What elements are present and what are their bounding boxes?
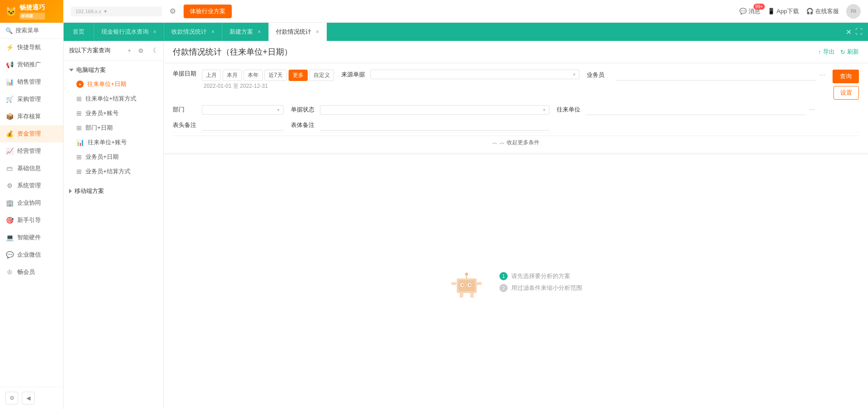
scheme-item-partner-date[interactable]: ● 往来单位+日期 — [64, 77, 163, 91]
source-select[interactable]: ▾ — [370, 70, 580, 79]
sidebar-item-label: 基础信息 — [17, 164, 41, 172]
scheme-item-staff-payment[interactable]: ⊞ 业务员+结算方式 — [64, 164, 163, 179]
sidebar-item-enterprise[interactable]: 🏢 企业协同 — [0, 194, 63, 212]
date-btn-this-month[interactable]: 本月 — [223, 70, 242, 81]
scheme-item-staff-account[interactable]: ⊞ 业务员+账号 — [64, 106, 163, 121]
scheme-settings-btn[interactable]: ⚙ — [136, 45, 146, 56]
close-window-btn[interactable]: ✕ — [846, 28, 852, 36]
sidebar-item-wechat[interactable]: 💬 企业微信 — [0, 246, 63, 263]
doc-status-label: 单据状态 — [291, 106, 316, 114]
search-menu-item[interactable]: 🔍 搜索菜单 — [0, 23, 63, 39]
partner-label: 往来单位 — [557, 106, 582, 114]
tab-payment-stats-close[interactable]: × — [211, 29, 215, 35]
tab-new-scheme-close[interactable]: × — [258, 29, 261, 35]
user-avatar[interactable]: Rit — [846, 4, 861, 19]
scheme-item-staff-date[interactable]: ⊞ 业务员+日期 — [64, 150, 163, 164]
sidebar-item-label: 智能硬件 — [17, 233, 41, 242]
svg-rect-10 — [459, 293, 463, 298]
date-btn-this-year[interactable]: 本年 — [244, 70, 263, 81]
export-btn[interactable]: ↑ 导出 — [818, 48, 835, 56]
collapse-panel-btn[interactable]: 《 — [148, 45, 158, 56]
empty-hint-2: 2 用过滤条件来缩小分析范围 — [499, 284, 582, 292]
refresh-btn[interactable]: ↻ 刷新 — [840, 48, 859, 56]
service-label: 在线客服 — [815, 7, 839, 15]
date-btn-custom[interactable]: 自定义 — [309, 70, 334, 81]
address-bar[interactable]: 192.168.x.x ▾ — [71, 6, 162, 16]
empty-hint-1: 1 请先选择要分析的方案 — [499, 272, 582, 280]
sidebar-bottom: ⚙ ◀ — [0, 387, 63, 409]
sidebar-item-sales[interactable]: 📊 销售管理 — [0, 73, 63, 91]
basic-info-icon: 🗃 — [5, 165, 14, 172]
sidebar-collapse-btn[interactable]: ◀ — [22, 392, 35, 404]
add-scheme-btn[interactable]: ＋ — [124, 45, 134, 56]
dept-select[interactable]: ▾ — [202, 105, 284, 115]
collapse-conditions-btn[interactable]: ︿ ︿ 收起更多条件 — [173, 136, 859, 149]
date-btn-more[interactable]: 更多 — [289, 70, 308, 81]
sidebar-item-purchase[interactable]: 🛒 采购管理 — [0, 91, 63, 108]
desktop-group-title[interactable]: 电脑端方案 — [64, 63, 163, 77]
sidebar-item-label: 资金管理 — [17, 130, 41, 138]
tab-cash-flow[interactable]: 现金银行流水查询 × — [94, 23, 164, 41]
scheme-item-partner-payment[interactable]: ⊞ 往来单位+结算方式 — [64, 91, 163, 106]
marketing-icon: 📢 — [5, 61, 14, 68]
right-content: 付款情况统计（往来单位+日期） ↑ 导出 ↻ 刷新 单 — [164, 41, 868, 409]
staff-input[interactable] — [616, 70, 815, 81]
export-icon: ↑ — [818, 49, 822, 56]
sidebar-settings-btn[interactable]: ⚙ — [5, 392, 18, 404]
doc-status-select[interactable]: ▾ — [320, 105, 549, 115]
sidebar-item-inventory[interactable]: 📦 库存核算 — [0, 108, 63, 125]
purchase-icon: 🛒 — [5, 96, 14, 103]
main-area: 192.168.x.x ▾ ⚙ 体验行业方案 💬 消息 99+ 📱 App下载 … — [64, 0, 868, 409]
hint-text-2: 用过滤条件来缩小分析范围 — [511, 284, 582, 292]
address-chevron-icon: ▾ — [104, 8, 107, 15]
system-icon: ⚙ — [5, 182, 14, 189]
dept-chevron-icon: ▾ — [277, 107, 279, 112]
scheme-item-partner-account[interactable]: 📊 往来单位+账号 — [64, 135, 163, 150]
header-note-input[interactable] — [202, 120, 284, 131]
scheme-item-dept-date[interactable]: ⊞ 部门+日期 — [64, 121, 163, 135]
partner-dots-btn[interactable]: ··· — [809, 106, 815, 114]
sidebar-item-quick-nav[interactable]: ⚡ 快捷导航 — [0, 39, 63, 56]
tab-cash-flow-close[interactable]: × — [153, 29, 156, 35]
export-label: 导出 — [823, 48, 835, 56]
tab-payment-stats[interactable]: 收款情况统计 × — [164, 23, 222, 41]
sidebar-item-newbie[interactable]: 🎯 新手引导 — [0, 212, 63, 229]
sidebar-item-vip[interactable]: ♔ 畅会员 — [0, 263, 63, 281]
trial-btn[interactable]: 体验行业方案 — [184, 5, 232, 18]
desktop-group-label: 电脑端方案 — [76, 66, 106, 74]
sidebar-item-marketing[interactable]: 📢 营销推广 — [0, 56, 63, 73]
partner-input[interactable] — [586, 104, 806, 115]
empty-state: 1 请先选择要分析的方案 2 用过滤条件来缩小分析范围 — [164, 155, 868, 409]
mobile-group-title[interactable]: 移动端方案 — [64, 184, 163, 198]
sidebar-item-finance[interactable]: 💰 资金管理 — [0, 125, 63, 142]
topbar-settings-btn[interactable]: ⚙ — [165, 4, 180, 19]
service-btn[interactable]: 🎧 在线客服 — [806, 7, 839, 15]
sidebar-item-label: 经营管理 — [17, 147, 41, 155]
tab-new-scheme-label: 新建方案 — [229, 28, 253, 36]
sidebar-item-system[interactable]: ⚙ 系统管理 — [0, 177, 63, 194]
hardware-icon: 💻 — [5, 234, 14, 241]
svg-point-4 — [462, 284, 464, 286]
table-scheme-icon: ⊞ — [76, 153, 82, 161]
tab-pay-stats-close[interactable]: × — [316, 29, 319, 35]
date-range-text: 2022-01-01 至 2022-12-31 — [204, 82, 334, 90]
body-note-input[interactable] — [320, 120, 549, 131]
tab-new-scheme[interactable]: 新建方案 × — [222, 23, 269, 41]
mobile-scheme-group: 移动端方案 — [64, 182, 163, 201]
filter-settings-btn[interactable]: 设置 — [833, 86, 859, 100]
svg-point-7 — [465, 273, 468, 275]
tab-pay-stats[interactable]: 付款情况统计 × — [269, 23, 327, 41]
svg-point-5 — [469, 284, 471, 286]
notice-btn[interactable]: 💬 消息 99+ — [739, 7, 760, 15]
query-btn[interactable]: 查询 — [833, 70, 859, 83]
app-download-btn[interactable]: 📱 App下载 — [768, 7, 799, 15]
sidebar-item-hardware[interactable]: 💻 智能硬件 — [0, 229, 63, 246]
date-btn-7days[interactable]: 近7天 — [264, 70, 287, 81]
body-note-label: 表体备注 — [291, 121, 316, 129]
staff-dots-btn[interactable]: ··· — [819, 71, 825, 79]
maximize-window-btn[interactable]: ⛶ — [855, 28, 863, 36]
sidebar-item-operations[interactable]: 📈 经营管理 — [0, 142, 63, 160]
sidebar-item-basic-info[interactable]: 🗃 基础信息 — [0, 160, 63, 177]
date-btn-last-month[interactable]: 上月 — [202, 70, 221, 81]
tab-home[interactable]: 首页 — [64, 23, 94, 41]
